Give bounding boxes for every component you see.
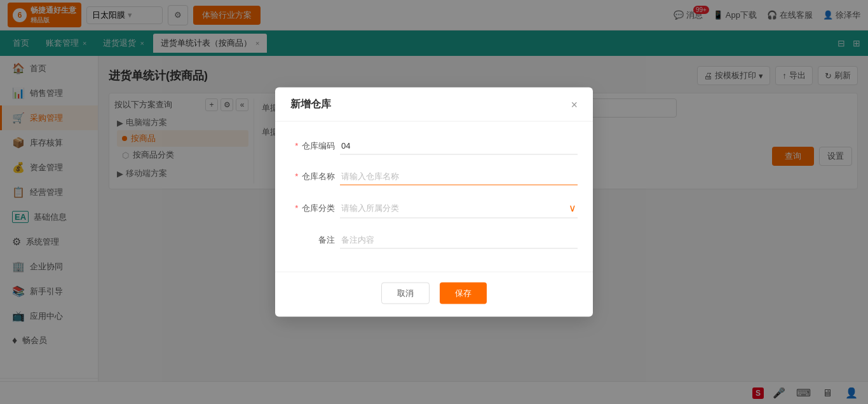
code-label: * 仓库编码 [290, 140, 335, 152]
note-input[interactable] [340, 231, 578, 249]
category-label: * 仓库分类 [290, 203, 335, 214]
modal-body: * 仓库编码 * 仓库名称 * 仓库分类 请输入所属分类 ∨ [275, 122, 593, 272]
save-button[interactable]: 保存 [440, 283, 487, 304]
category-chevron-icon: ∨ [569, 202, 576, 214]
modal-header: 新增仓库 × [275, 88, 593, 122]
cancel-button[interactable]: 取消 [381, 283, 430, 304]
category-placeholder: 请输入所属分类 [341, 202, 399, 213]
code-input[interactable] [340, 137, 578, 155]
form-row-category: * 仓库分类 请输入所属分类 ∨ [290, 198, 578, 219]
form-row-name: * 仓库名称 [290, 168, 578, 185]
note-label: 备注 [290, 234, 335, 246]
modal-close-button[interactable]: × [571, 98, 578, 110]
add-warehouse-modal: 新增仓库 × * 仓库编码 * 仓库名称 * 仓库分类 请输入 [275, 88, 593, 317]
name-input[interactable] [340, 168, 578, 185]
modal-title: 新增仓库 [290, 98, 331, 111]
category-select[interactable]: 请输入所属分类 ∨ [340, 198, 578, 219]
modal-footer: 取消 保存 [275, 272, 593, 317]
form-row-code: * 仓库编码 [290, 137, 578, 155]
form-row-note: 备注 [290, 231, 578, 249]
name-label: * 仓库名称 [290, 171, 335, 182]
